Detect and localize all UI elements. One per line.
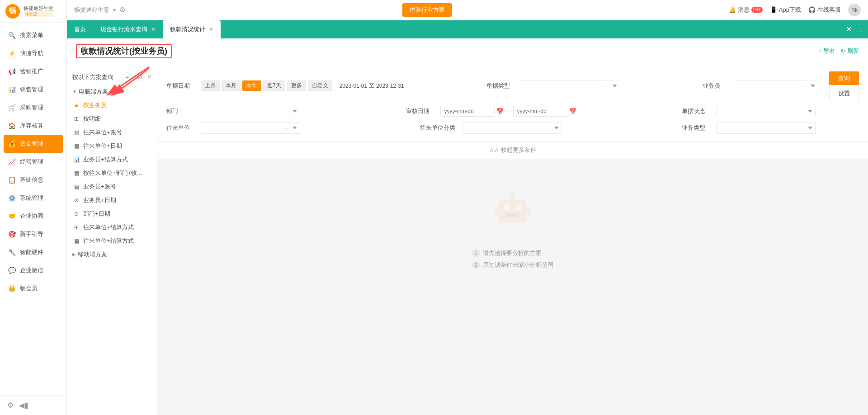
voucher-type-dropdown[interactable]: ··· [521, 80, 620, 91]
sidebar-item-wechat[interactable]: 💬 企业微信 [0, 261, 66, 279]
tab-home[interactable]: 首页 [67, 20, 93, 38]
sidebar-item-sysadmin[interactable]: ⚙️ 系统管理 [0, 189, 66, 207]
mobile-section-header[interactable]: ▶ 移动端方案 [67, 248, 157, 261]
business-type-dropdown [716, 123, 816, 134]
sidebar: 畅 畅捷通好生意 标准版 🔍 搜索菜单 ⚡ 快捷导航 📢 营销推广 📊 销售管理… [0, 0, 67, 415]
trial-button[interactable]: 体验行业方案 [402, 3, 452, 17]
tab-fullscreen-icon[interactable]: ⛶ [855, 25, 863, 33]
date-btn-this-month[interactable]: 本月 [222, 80, 241, 91]
business-type-label: 业务类型 [682, 124, 709, 132]
tab-close-collection-stats[interactable]: ✕ [209, 26, 213, 33]
counterpart-classify-select[interactable] [462, 123, 562, 134]
date-btn-custom[interactable]: 自定义 [308, 80, 332, 91]
scheme-dept-date[interactable]: ⊙ 部门+日期 [67, 207, 157, 221]
online-service-button[interactable]: 🎧 在线客服 [808, 6, 841, 14]
collapse-more-button[interactable]: ∧∧ 收起更多条件 [489, 146, 536, 153]
content-wrapper: 按以下方案查询 + ⚙ « ▼ 电脑端方案 ● 按业务员 ⊞ 按明细 [67, 64, 868, 415]
left-panel: 按以下方案查询 + ⚙ « ▼ 电脑端方案 ● 按业务员 ⊞ 按明细 [67, 64, 157, 415]
sales-icon: 📊 [7, 85, 16, 94]
voucher-status-select[interactable] [716, 106, 816, 117]
scheme-by-detail[interactable]: ⊞ 按明细 [67, 112, 157, 126]
salesperson-settlement-icon: 📊 [72, 156, 80, 164]
counterpart-more-icon[interactable]: ··· [283, 125, 288, 132]
cs2-icon: ▦ [72, 237, 80, 245]
right-panel: 单据日期 上月 本月 本年 近7天 更多 自定义 2023-01-01 至 20… [157, 64, 868, 415]
sidebar-item-finance[interactable]: 💰 资金管理 [4, 135, 63, 153]
refresh-button[interactable]: ↻ 刷新 [840, 47, 859, 55]
dept-select[interactable] [201, 106, 300, 117]
filter-row-2: 部门 审核日期 📅 — 📅 单据状态 [166, 106, 859, 117]
sidebar-item-operations[interactable]: 📈 经营管理 [0, 153, 66, 171]
calendar-from-icon[interactable]: 📅 [496, 108, 504, 115]
collapse-panel-button[interactable]: « [147, 72, 151, 82]
scheme-by-salesperson[interactable]: ● 按业务员 [67, 99, 157, 112]
top-header: 畅捷通好生意 ▾ ⚙ 体验行业方案 🔔 消息 99+ 📱 App下载 🎧 在线客… [67, 0, 868, 20]
date-label: 单据日期 [166, 82, 193, 90]
scheme-counterpart-date[interactable]: ▦ 往来单位+日期 [67, 139, 157, 153]
scheme-counterpart-dept-recv[interactable]: ▦ 按往来单位+部门+收... [67, 166, 157, 180]
wechat-icon: 💬 [7, 266, 16, 275]
user-avatar[interactable]: Rit [848, 4, 861, 16]
add-scheme-button[interactable]: + [122, 72, 132, 82]
sidebar-item-basic-info[interactable]: 📋 基础信息 [0, 171, 66, 189]
sidebar-item-purchase[interactable]: 🛒 采购管理 [0, 99, 66, 117]
settings-scheme-button[interactable]: ⚙ [135, 72, 145, 82]
sidebar-item-quicknav[interactable]: ⚡ 快捷导航 [0, 44, 66, 62]
sidebar-item-marketing[interactable]: 📢 营销推广 [0, 62, 66, 80]
sidebar-item-member[interactable]: 👑 畅会员 [0, 279, 66, 297]
review-date-to[interactable] [513, 106, 567, 117]
mobile-arrow-icon: ▶ [72, 252, 76, 257]
review-date-from[interactable] [440, 106, 495, 117]
header-dropdown-icon[interactable]: ▾ [113, 7, 116, 13]
sidebar-item-guide[interactable]: 🎯 新手引导 [0, 225, 66, 243]
scheme-counterpart-account[interactable]: ▦ 往来单位+账号 [67, 126, 157, 139]
date-btn-last-month[interactable]: 上月 [201, 80, 220, 91]
settings-bottom-icon[interactable]: ⚙ [7, 401, 14, 410]
business-type-select[interactable] [716, 123, 816, 134]
scheme-salesperson-settlement[interactable]: 📊 业务员+结算方式 [67, 153, 157, 166]
desktop-arrow-icon: ▼ [72, 89, 77, 94]
date-btn-7days[interactable]: 近7天 [263, 80, 285, 91]
collapse-sidebar-icon[interactable]: ◀▮ [19, 401, 28, 410]
counterpart-classify-label: 往来单位分类 [420, 124, 455, 132]
query-button[interactable]: 查询 [829, 71, 859, 85]
sidebar-item-search[interactable]: 🔍 搜索菜单 [0, 26, 66, 44]
date-range-display: 2023-01-01 至 2023-12-31 [340, 82, 404, 90]
voucher-type-clear-icon[interactable]: ··· [604, 82, 609, 89]
scheme-salesperson-date[interactable]: ⊙ 业务员+日期 [67, 193, 157, 207]
tab-close-all-icon[interactable]: ✕ [846, 25, 852, 33]
dept-date-icon: ⊙ [72, 210, 80, 218]
tab-collection-stats[interactable]: 收款情况统计 ✕ [163, 20, 221, 38]
notifications-button[interactable]: 🔔 消息 99+ [729, 6, 763, 14]
sidebar-item-sales[interactable]: 📊 销售管理 [0, 80, 66, 99]
date-btn-more[interactable]: 更多 [287, 80, 306, 91]
smarthw-icon: 🔧 [7, 248, 16, 257]
svg-point-5 [511, 193, 514, 196]
tip-item-1: 1 请先选择要分析的方案 [472, 249, 553, 257]
salesperson-more-icon[interactable]: ··· [802, 82, 807, 89]
tab-close-bank-flow[interactable]: ✕ [151, 26, 156, 33]
scheme-counterpart-settlement2[interactable]: ▦ 往来单位+结算方式 [67, 234, 157, 248]
detail-scheme-icon: ⊞ [72, 115, 80, 123]
svg-rect-3 [506, 213, 519, 217]
counterpart-classify-dropdown [462, 123, 562, 134]
app-download-button[interactable]: 📱 App下载 [770, 6, 801, 14]
panel-header-icons: + ⚙ « [122, 72, 151, 82]
scheme-salesperson-account[interactable]: ▦ 业务员+账号 [67, 180, 157, 193]
date-btn-this-year[interactable]: 本年 [242, 80, 261, 91]
sidebar-item-inventory[interactable]: 🏠 库存核算 [0, 117, 66, 135]
header-gear-icon[interactable]: ⚙ [119, 5, 126, 14]
sidebar-item-smarthw[interactable]: 🔧 智能硬件 [0, 243, 66, 261]
desktop-section-header[interactable]: ▼ 电脑端方案 [67, 85, 157, 99]
calendar-to-icon[interactable]: 📅 [569, 108, 576, 115]
main-area: 畅捷通好生意 ▾ ⚙ 体验行业方案 🔔 消息 99+ 📱 App下载 🎧 在线客… [67, 0, 868, 415]
export-button[interactable]: ↑ 导出 [819, 47, 835, 55]
scheme-counterpart-settlement1[interactable]: ⊞ 往来单位+结算方式 [67, 221, 157, 234]
sidebar-item-enterprise[interactable]: 🤝 企业协同 [0, 207, 66, 225]
cs1-icon: ⊞ [72, 223, 80, 231]
filter-row-3: 往来单位 ··· 往来单位分类 业务类型 [166, 123, 859, 134]
tab-bank-flow[interactable]: 现金银行流水查询 ✕ [93, 20, 163, 38]
purchase-icon: 🛒 [7, 103, 16, 112]
settings-button[interactable]: 设置 [829, 87, 859, 100]
tip-item-2: 2 用过滤条件来缩小分析范围 [472, 261, 553, 269]
